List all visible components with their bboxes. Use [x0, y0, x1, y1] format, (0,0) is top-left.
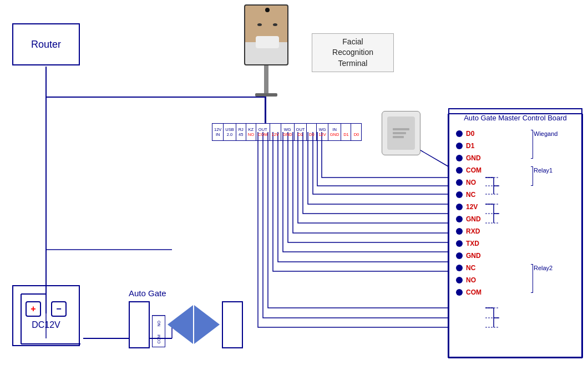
pin-gnd1: GND [466, 154, 486, 162]
connector-block: 12VIN USB2.0 RJ45 KZNO OUTCOM 12V WGGND … [212, 123, 362, 141]
facial-recognition-label-box: FacialRecognitionTerminal [312, 33, 394, 72]
conn-cell-12v-in: 12VIN [212, 124, 224, 140]
pin-rxd: RXD [466, 227, 486, 235]
dc12v-terminals: + − [26, 301, 67, 317]
conn-cell-12v-red: 12V [270, 124, 281, 140]
pin-12v: 12V [466, 203, 486, 211]
pin-gnd3: GND [466, 252, 486, 260]
router-label: Router [31, 39, 61, 50]
gate-conn-no: NO [153, 316, 165, 332]
pin-gnd2: GND [466, 215, 486, 223]
conn-cell-out-com: OUTCOM [256, 124, 270, 140]
diagram: Router + − DC12V FacialRecognition [0, 0, 588, 375]
dc12v-box: + − DC12V [12, 285, 80, 346]
facial-terminal-device [244, 4, 288, 97]
auto-gate-area: Auto Gate NO COM [129, 288, 243, 348]
pin-no2: NO [466, 276, 486, 284]
conn-cell-rj45: RJ45 [236, 124, 246, 140]
pin-com2: COM [466, 288, 486, 296]
card-reader-inner [387, 116, 415, 150]
pin-com1: COM [466, 166, 486, 174]
conn-cell-out-d1: OUTD1 [295, 124, 307, 140]
gate-connector: NO COM [152, 315, 165, 347]
pin-d0: D0 [466, 130, 486, 138]
terminal-plus: + [26, 301, 41, 317]
conn-cell-wg-gnd: WGGND [281, 124, 295, 140]
control-board-title: Auto Gate Master Control Board [449, 109, 581, 125]
terminal-base [255, 93, 277, 97]
gate-wing-right [194, 305, 220, 344]
terminal-pole [264, 65, 268, 93]
conn-cell-d0: D0 [307, 124, 317, 140]
gate-left-panel [129, 301, 150, 348]
card-reader [382, 111, 420, 155]
facial-recognition-label: FacialRecognitionTerminal [332, 37, 373, 69]
relay2-label: Relay2 [534, 265, 552, 271]
pin-no1: NO [466, 179, 486, 186]
conn-cell-usb: USB2.0 [224, 124, 236, 140]
terminal-screen [244, 4, 288, 65]
pin-nc1: NC [466, 191, 486, 199]
gate-wing-left [168, 305, 193, 344]
conn-cell-d0-2: D0 [351, 124, 361, 140]
gate-wings [168, 305, 220, 344]
wiegand-label: Wiegand [534, 130, 557, 137]
conn-cell-d1-2: D1 [341, 124, 351, 140]
relay1-label: Relay1 [534, 167, 552, 174]
terminal-face [245, 6, 288, 65]
pin-txd: TXD [466, 240, 486, 247]
pin-nc2: NC [466, 264, 486, 272]
dc12v-label: DC12V [32, 320, 60, 330]
terminal-minus: − [51, 301, 67, 317]
conn-cell-in-gnd: INGND [328, 124, 342, 140]
control-board-box: Auto Gate Master Control Board D0 Wiegan… [448, 108, 582, 358]
auto-gate-label: Auto Gate [129, 288, 243, 298]
router-box: Router [12, 23, 80, 65]
gate-conn-com: COM [153, 332, 165, 347]
conn-cell-wg-12v: WG12V [317, 124, 328, 140]
gate-diagram: NO COM [129, 301, 243, 348]
conn-cell-kz: KZNO [246, 124, 256, 140]
gate-right-panel [222, 301, 243, 348]
pin-d1: D1 [466, 142, 486, 150]
terminal-camera [265, 8, 270, 12]
